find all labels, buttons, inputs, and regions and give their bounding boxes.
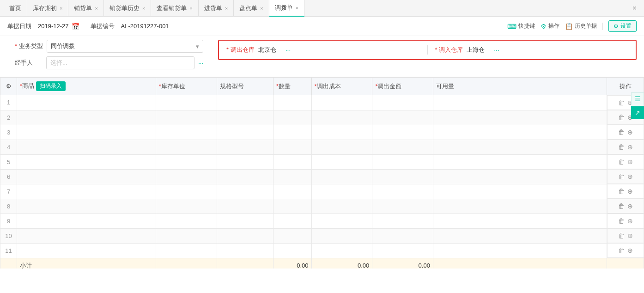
qty-cell[interactable] (273, 95, 311, 110)
available-cell[interactable] (433, 125, 607, 140)
gear-icon[interactable]: ⚙ (6, 83, 12, 90)
copy-icon[interactable]: ⊕ (627, 188, 633, 195)
tab-purchase-order[interactable]: 进货单 × (199, 0, 234, 17)
delete-icon[interactable]: 🗑 (618, 143, 625, 151)
product-cell[interactable] (17, 228, 156, 243)
tab-sales-order[interactable]: 销货单 × (68, 0, 103, 17)
copy-icon[interactable]: ⊕ (627, 173, 633, 180)
available-cell[interactable] (433, 184, 607, 199)
delete-icon[interactable]: 🗑 (618, 232, 625, 239)
spec-cell[interactable] (217, 95, 273, 110)
cost-cell[interactable] (311, 154, 372, 169)
product-cell[interactable] (17, 140, 156, 154)
close-icon[interactable]: × (142, 6, 145, 11)
qty-cell[interactable] (273, 110, 311, 125)
tab-sales-history[interactable]: 销货单历史 × (104, 0, 151, 17)
available-cell[interactable] (433, 140, 607, 154)
close-icon[interactable]: × (60, 6, 62, 11)
warehouse-out-more-icon[interactable]: ··· (286, 46, 291, 54)
amount-cell[interactable] (372, 243, 433, 258)
amount-cell[interactable] (372, 95, 433, 110)
amount-cell[interactable] (372, 169, 433, 184)
shortcut-button[interactable]: ⌨ 快捷键 (507, 22, 535, 30)
delete-icon[interactable]: 🗑 (618, 173, 625, 180)
cost-cell[interactable] (311, 169, 372, 184)
float-list-icon[interactable]: ☰ (631, 92, 644, 105)
unit-cell[interactable] (156, 110, 217, 125)
spec-cell[interactable] (217, 228, 273, 243)
delete-icon[interactable]: 🗑 (618, 202, 625, 210)
unit-cell[interactable] (156, 95, 217, 110)
delete-icon[interactable]: 🗑 (618, 114, 625, 121)
amount-cell[interactable] (372, 154, 433, 169)
unit-cell[interactable] (156, 125, 217, 140)
qty-cell[interactable] (273, 169, 311, 184)
tab-view-sales[interactable]: 查看销货单 × (151, 0, 198, 17)
amount-cell[interactable] (372, 184, 433, 199)
close-icon[interactable]: × (260, 6, 263, 11)
unit-cell[interactable] (156, 199, 217, 214)
spec-cell[interactable] (217, 110, 273, 125)
available-cell[interactable] (433, 95, 607, 110)
product-cell[interactable] (17, 125, 156, 140)
available-cell[interactable] (433, 110, 607, 125)
available-cell[interactable] (433, 228, 607, 243)
close-icon[interactable]: × (189, 6, 192, 11)
cost-cell[interactable] (311, 110, 372, 125)
spec-cell[interactable] (217, 243, 273, 258)
product-cell[interactable] (17, 169, 156, 184)
product-cell[interactable] (17, 214, 156, 228)
unit-cell[interactable] (156, 154, 217, 169)
amount-cell[interactable] (372, 110, 433, 125)
copy-icon[interactable]: ⊕ (627, 128, 633, 136)
cost-cell[interactable] (311, 140, 372, 154)
cost-cell[interactable] (311, 95, 372, 110)
qty-cell[interactable] (273, 154, 311, 169)
delete-icon[interactable]: 🗑 (618, 247, 625, 254)
handler-select[interactable]: 选择... (46, 56, 194, 69)
available-cell[interactable] (433, 214, 607, 228)
scan-button[interactable]: 扫码录入 (36, 81, 66, 91)
unit-cell[interactable] (156, 169, 217, 184)
spec-cell[interactable] (217, 125, 273, 140)
copy-icon[interactable]: ⊕ (627, 143, 633, 151)
cost-cell[interactable] (311, 199, 372, 214)
amount-cell[interactable] (372, 140, 433, 154)
delete-icon[interactable]: 🗑 (618, 128, 625, 136)
qty-cell[interactable] (273, 228, 311, 243)
cost-cell[interactable] (311, 125, 372, 140)
copy-icon[interactable]: ⊕ (627, 202, 633, 210)
product-cell[interactable] (17, 154, 156, 169)
spec-cell[interactable] (217, 169, 273, 184)
product-cell[interactable] (17, 243, 156, 258)
copy-icon[interactable]: ⊕ (627, 158, 633, 165)
th-gear[interactable]: ⚙ (0, 78, 17, 95)
copy-icon[interactable]: ⊕ (627, 247, 633, 254)
unit-cell[interactable] (156, 184, 217, 199)
operation-button[interactable]: ⚙ 操作 (541, 22, 559, 30)
warehouse-in-more-icon[interactable]: ··· (494, 46, 499, 54)
available-cell[interactable] (433, 169, 607, 184)
spec-cell[interactable] (217, 154, 273, 169)
delete-icon[interactable]: 🗑 (618, 188, 625, 195)
unit-cell[interactable] (156, 140, 217, 154)
cost-cell[interactable] (311, 184, 372, 199)
calendar-icon[interactable]: 📅 (72, 23, 79, 30)
copy-icon[interactable]: ⊕ (627, 232, 633, 239)
cost-cell[interactable] (311, 228, 372, 243)
amount-cell[interactable] (372, 199, 433, 214)
tab-inventory-init[interactable]: 库存期初 × (27, 0, 68, 17)
available-cell[interactable] (433, 154, 607, 169)
amount-cell[interactable] (372, 214, 433, 228)
business-type-select[interactable]: 同价调拨 ▾ (47, 40, 203, 53)
table-scroll-area[interactable]: ⚙ *商品 扫码录入 *库存单位 规格型号 *数量 (0, 77, 644, 269)
unit-cell[interactable] (156, 243, 217, 258)
qty-cell[interactable] (273, 199, 311, 214)
qty-cell[interactable] (273, 125, 311, 140)
delete-icon[interactable]: 🗑 (618, 158, 625, 165)
cost-cell[interactable] (311, 243, 372, 258)
copy-icon[interactable]: ⊕ (627, 217, 633, 225)
delete-icon[interactable]: 🗑 (618, 217, 625, 225)
available-cell[interactable] (433, 199, 607, 214)
delete-icon[interactable]: 🗑 (618, 99, 625, 106)
